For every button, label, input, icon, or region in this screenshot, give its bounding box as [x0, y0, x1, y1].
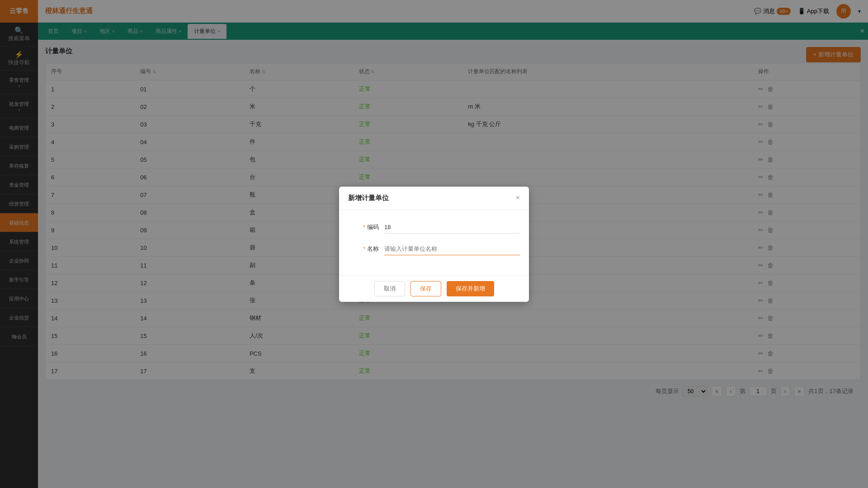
modal-header: 新增计量单位 × [339, 187, 529, 210]
code-label: * 编码 [348, 223, 384, 231]
name-input[interactable] [384, 243, 520, 255]
modal-title: 新增计量单位 [348, 194, 389, 202]
code-input[interactable] [384, 221, 520, 234]
save-button[interactable]: 保存 [410, 281, 441, 296]
cancel-button[interactable]: 取消 [374, 281, 405, 296]
add-unit-modal: 新增计量单位 × * 编码 * 名称 取消 保存 保存并新增 [339, 187, 529, 302]
modal-overlay: 新增计量单位 × * 编码 * 名称 取消 保存 保存并新增 [0, 0, 868, 488]
name-label: * 名称 [348, 245, 384, 253]
modal-body: * 编码 * 名称 [339, 210, 529, 275]
modal-footer: 取消 保存 保存并新增 [339, 275, 529, 302]
save-and-new-button[interactable]: 保存并新增 [447, 281, 494, 296]
form-row-name: * 名称 [348, 243, 520, 255]
form-row-code: * 编码 [348, 221, 520, 234]
modal-close-button[interactable]: × [516, 194, 520, 202]
